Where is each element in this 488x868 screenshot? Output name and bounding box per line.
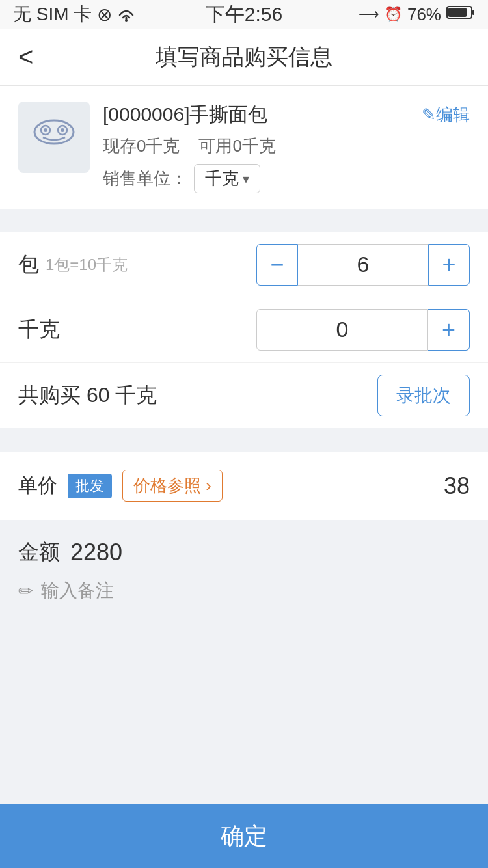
status-left: 无 SIM 卡 ⊗ xyxy=(13,2,135,27)
note-text[interactable]: 输入备注 xyxy=(41,578,114,603)
carrier-text: 无 SIM 卡 xyxy=(13,2,92,27)
summary-text: 共购买 60 千克 xyxy=(18,381,377,410)
available-text: 可用0千克 xyxy=(198,136,275,156)
product-logo xyxy=(31,118,77,157)
svg-point-8 xyxy=(61,128,64,132)
kg-controls: + xyxy=(256,309,470,351)
bao-hint: 1包=10千克 xyxy=(46,254,256,275)
dropdown-arrow-icon: ▾ xyxy=(243,171,249,187)
product-card: [0000006]手撕面包 ✎编辑 现存0千克 可用0千克 销售单位： 千克 ▾ xyxy=(0,86,488,209)
quantity-kg-row: 千克 + xyxy=(18,297,470,362)
bao-label: 包 xyxy=(18,251,39,279)
alarm-icon: ⏰ xyxy=(385,6,402,23)
confirm-button[interactable]: 确定 xyxy=(0,804,488,868)
product-thumbnail xyxy=(18,102,90,173)
wifi-icon: ⊗ xyxy=(97,4,135,25)
nav-header: < 填写商品购买信息 xyxy=(0,29,488,86)
location-icon: ⟶ xyxy=(359,6,379,23)
price-label: 单价 xyxy=(18,472,57,499)
product-stock: 现存0千克 可用0千克 xyxy=(103,135,470,157)
spacer-2 xyxy=(0,440,488,452)
bao-controls: − + xyxy=(256,244,470,286)
back-button[interactable]: < xyxy=(18,42,33,72)
svg-point-7 xyxy=(44,128,47,132)
amount-label: 金额 xyxy=(18,538,60,567)
bao-input[interactable] xyxy=(298,244,428,286)
bao-minus-button[interactable]: − xyxy=(256,244,298,286)
quantity-kg-section: 千克 + xyxy=(0,297,488,362)
price-value: 38 xyxy=(444,472,470,500)
kg-label: 千克 xyxy=(18,316,60,344)
unit-label: 销售单位： xyxy=(103,167,187,190)
summary-section: 共购买 60 千克 录批次 xyxy=(0,362,488,428)
price-section: 单价 批发 价格参照 › 38 xyxy=(0,452,488,520)
big-spacer xyxy=(0,621,488,804)
price-ref-button[interactable]: 价格参照 › xyxy=(122,470,223,502)
product-name-row: [0000006]手撕面包 ✎编辑 xyxy=(103,102,470,128)
kg-plus-button[interactable]: + xyxy=(428,309,470,351)
price-row: 单价 批发 价格参照 › 38 xyxy=(18,470,470,502)
svg-point-0 xyxy=(125,20,128,22)
product-info: [0000006]手撕面包 ✎编辑 现存0千克 可用0千克 销售单位： 千克 ▾ xyxy=(103,102,470,193)
amount-section: 金额 2280 ✏ 输入备注 xyxy=(0,520,488,621)
page-body: [0000006]手撕面包 ✎编辑 现存0千克 可用0千克 销售单位： 千克 ▾… xyxy=(0,86,488,868)
price-badge: 批发 xyxy=(68,474,112,498)
edit-link[interactable]: ✎编辑 xyxy=(422,103,470,126)
unit-value: 千克 xyxy=(205,167,239,190)
product-full-name: [0000006]手撕面包 xyxy=(103,102,267,128)
amount-value: 2280 xyxy=(70,539,122,566)
status-time: 下午2:56 xyxy=(206,1,282,28)
note-icon: ✏ xyxy=(18,580,33,602)
stock-sep xyxy=(185,136,194,156)
quantity-bao-section: 包 1包=10千克 − + xyxy=(0,232,488,297)
note-row[interactable]: ✏ 输入备注 xyxy=(18,578,470,603)
summary-row: 共购买 60 千克 录批次 xyxy=(18,363,470,428)
amount-row: 金额 2280 xyxy=(18,538,470,567)
status-right: ⟶ ⏰ 76% xyxy=(359,5,475,25)
stock-text: 现存0千克 xyxy=(103,136,180,156)
svg-rect-2 xyxy=(448,8,467,17)
batch-button[interactable]: 录批次 xyxy=(377,375,470,416)
battery-text: 76% xyxy=(407,5,441,25)
bao-plus-button[interactable]: + xyxy=(428,244,470,286)
status-bar: 无 SIM 卡 ⊗ 下午2:56 ⟶ ⏰ 76% xyxy=(0,0,488,29)
spacer-1 xyxy=(0,221,488,232)
battery-icon xyxy=(446,5,475,25)
unit-select[interactable]: 千克 ▾ xyxy=(194,164,260,193)
product-unit-row: 销售单位： 千克 ▾ xyxy=(103,164,470,193)
kg-input[interactable] xyxy=(256,309,428,351)
quantity-bao-row: 包 1包=10千克 − + xyxy=(18,232,470,297)
page-title: 填写商品购买信息 xyxy=(156,42,332,72)
svg-rect-3 xyxy=(472,10,474,15)
